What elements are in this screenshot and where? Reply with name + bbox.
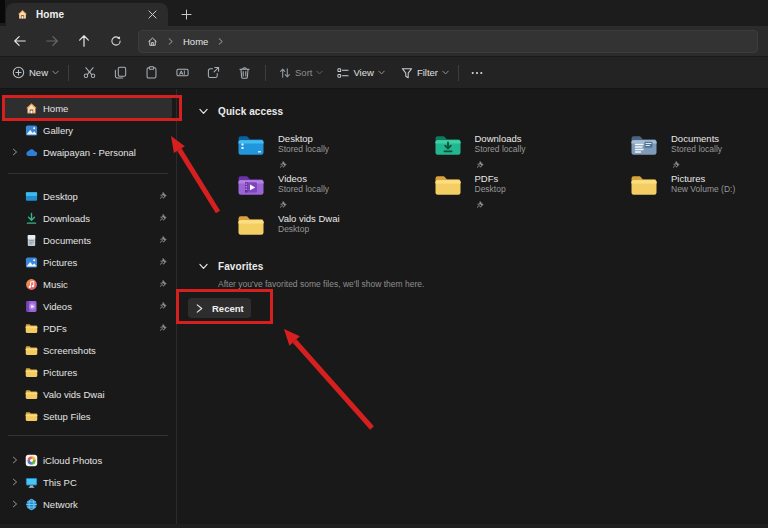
sidebar-item-documents[interactable]: Documents (4, 229, 172, 251)
sidebar-item-videos[interactable]: Videos (4, 295, 172, 317)
up-button[interactable] (71, 29, 97, 53)
folder-mini-icon (25, 366, 38, 379)
chevron-right-icon[interactable] (9, 148, 21, 156)
quick-access-tile-pdfs[interactable]: PDFs Desktop (434, 173, 631, 207)
sidebar-item-icloud-photos[interactable]: iCloud Photos (4, 449, 172, 471)
more-options-button[interactable] (464, 60, 490, 86)
view-button[interactable]: View (333, 60, 388, 86)
favorites-header[interactable]: Favorites (177, 258, 768, 274)
chevron-down-icon[interactable] (197, 105, 209, 117)
sidebar-item-label: This PC (43, 477, 77, 488)
folder-yellow-icon (434, 173, 462, 198)
ellipsis-icon (471, 67, 483, 79)
gallery-icon (25, 124, 38, 137)
quick-access-tile-desktop[interactable]: Desktop Stored locally (237, 133, 434, 167)
sidebar-item-gallery[interactable]: Gallery (4, 119, 172, 141)
tile-text: Desktop Stored locally (278, 133, 329, 167)
folder-mini-icon (25, 322, 38, 335)
tab-bar: Home (0, 0, 768, 26)
sidebar-item-desktop[interactable]: Desktop (4, 185, 172, 207)
tile-subtitle: Desktop (475, 184, 506, 194)
rename-button[interactable] (170, 60, 196, 86)
quick-access-header[interactable]: Quick access (177, 103, 768, 119)
sidebar-item-pdfs[interactable]: PDFs (4, 317, 172, 339)
chevron-down-icon (52, 69, 59, 76)
sidebar-item-this-pc[interactable]: This PC (4, 471, 172, 493)
share-button[interactable] (201, 60, 227, 86)
view-icon (337, 67, 349, 79)
sort-button-label: Sort (295, 67, 312, 78)
sidebar-item-dwaipayan-personal[interactable]: Dwaipayan - Personal (4, 141, 172, 163)
favorites-title: Favorites (218, 261, 263, 272)
sidebar-item-pictures[interactable]: Pictures (4, 361, 172, 383)
tile-name: Videos (278, 173, 329, 184)
tile-subtitle: Stored locally (475, 144, 526, 154)
tab-home[interactable]: Home (6, 3, 168, 26)
address-bar[interactable]: Home (138, 30, 758, 53)
quick-access-tile-pictures[interactable]: Pictures New Volume (D:) (630, 173, 768, 207)
sidebar-item-label: Documents (43, 235, 91, 246)
filter-button[interactable]: Filter (397, 60, 453, 86)
quick-access-tile-valo-vids-dwai[interactable]: Valo vids Dwai Desktop (237, 213, 434, 247)
pin-icon (157, 324, 167, 333)
tile-name: Downloads (475, 133, 526, 144)
sidebar-item-label: Setup Files (43, 411, 91, 422)
icloud-photos-icon (25, 454, 38, 467)
folder-videos-icon (237, 173, 265, 198)
tab-close-icon[interactable] (144, 7, 160, 23)
sidebar-separator (8, 435, 168, 436)
toolbar-separator (265, 65, 266, 81)
sidebar-item-music[interactable]: Music (4, 273, 172, 295)
navigation-bar: Home (0, 26, 768, 56)
folder-yellow-icon (237, 213, 265, 238)
sidebar-item-label: Network (43, 499, 78, 510)
sidebar-item-setup-files[interactable]: Setup Files (4, 405, 172, 427)
tile-subtitle: New Volume (D:) (671, 184, 735, 194)
quick-access-tile-downloads[interactable]: Downloads Stored locally (434, 133, 631, 167)
sort-button[interactable]: Sort (275, 60, 327, 86)
chevron-down-icon[interactable] (197, 260, 209, 272)
pin-icon (278, 196, 329, 205)
pin-icon (671, 156, 722, 165)
pin-icon (157, 214, 167, 223)
folder-mini-icon (25, 344, 38, 357)
tile-subtitle: Stored locally (278, 144, 329, 154)
sidebar-item-pictures[interactable]: Pictures (4, 251, 172, 273)
window-corner (0, 0, 5, 23)
paste-button[interactable] (139, 60, 165, 86)
sidebar-item-screenshots[interactable]: Screenshots (4, 339, 172, 361)
tile-name: PDFs (475, 173, 506, 184)
new-button-label: New (29, 67, 48, 78)
new-plus-icon (12, 66, 25, 79)
quick-access-tile-videos[interactable]: Videos Stored locally (237, 173, 434, 207)
chevron-right-icon[interactable] (9, 456, 21, 464)
refresh-button[interactable] (103, 29, 129, 53)
sidebar-item-label: Pictures (43, 257, 77, 268)
forward-button[interactable] (39, 29, 65, 53)
breadcrumb-chevron-icon[interactable] (217, 38, 224, 45)
new-button[interactable]: New (8, 60, 63, 86)
filter-button-label: Filter (417, 67, 438, 78)
command-toolbar: New Sort View Filter (0, 56, 768, 89)
chevron-down-icon (316, 69, 323, 76)
sidebar-item-label: Dwaipayan - Personal (43, 147, 136, 158)
sidebar-item-downloads[interactable]: Downloads (4, 207, 172, 229)
sidebar-item-label: Valo vids Dwai (43, 389, 105, 400)
cut-button[interactable] (77, 60, 103, 86)
chevron-right-icon[interactable] (9, 500, 21, 508)
breadcrumb-location[interactable]: Home (183, 36, 208, 47)
quick-access-tile-documents[interactable]: Documents Stored locally (630, 133, 768, 167)
sidebar-item-network[interactable]: Network (4, 493, 172, 515)
tile-subtitle: Desktop (278, 224, 340, 234)
copy-button[interactable] (108, 60, 134, 86)
sidebar-item-valo-vids-dwai[interactable]: Valo vids Dwai (4, 383, 172, 405)
delete-button[interactable] (232, 60, 258, 86)
chevron-right-icon[interactable] (9, 478, 21, 486)
toolbar-separator (458, 65, 459, 81)
network-globe-icon (25, 498, 38, 511)
back-button[interactable] (7, 29, 33, 53)
sort-icon (279, 67, 291, 79)
breadcrumb-home-icon[interactable] (147, 36, 158, 47)
new-tab-button[interactable] (177, 5, 196, 24)
pin-icon (475, 156, 526, 165)
